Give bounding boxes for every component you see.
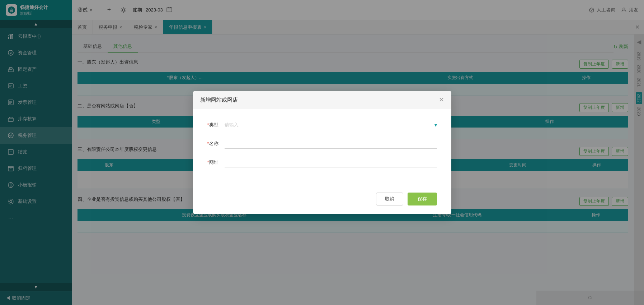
name-label: *名称 (207, 140, 222, 147)
modal-footer: 取消 保存 (193, 187, 451, 214)
type-input-wrapper: ▾ (225, 120, 437, 130)
name-input-wrapper (225, 139, 437, 149)
url-input[interactable] (225, 157, 437, 167)
name-input[interactable] (225, 139, 437, 148)
modal-header: 新增网站或网店 ✕ (193, 91, 451, 109)
type-label: *类型 (207, 122, 222, 128)
modal-body: *类型 ▾ *名称 *网址 (193, 109, 451, 187)
type-chevron-icon[interactable]: ▾ (434, 122, 437, 128)
add-website-modal: 新增网站或网店 ✕ *类型 ▾ *名称 (193, 91, 451, 214)
cancel-button[interactable]: 取消 (376, 193, 403, 205)
type-input[interactable] (225, 120, 437, 130)
form-field-url: *网址 (207, 157, 437, 167)
modal-title: 新增网站或网店 (200, 97, 238, 103)
form-field-type: *类型 ▾ (207, 120, 437, 130)
form-field-name: *名称 (207, 139, 437, 149)
modal-close-button[interactable]: ✕ (439, 96, 444, 104)
url-label: *网址 (207, 159, 222, 166)
modal-overlay: 新增网站或网店 ✕ *类型 ▾ *名称 (0, 0, 644, 305)
url-input-wrapper (225, 157, 437, 167)
save-button[interactable]: 保存 (408, 193, 437, 205)
